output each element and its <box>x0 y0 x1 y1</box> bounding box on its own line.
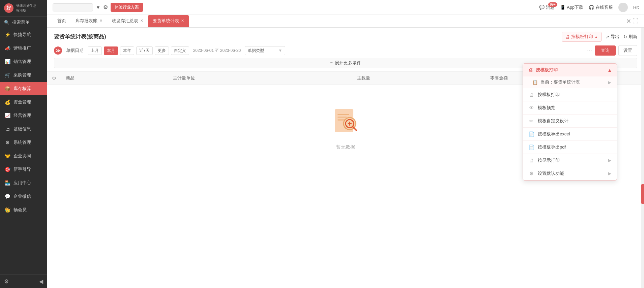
sidebar-item-inventory[interactable]: 📦 库存核算 <box>0 82 47 95</box>
date-last-7-days[interactable]: 近7天 <box>136 46 153 55</box>
sidebar-item-wechat[interactable]: 💬 企业微信 <box>0 190 47 203</box>
topbar-dropdown-icon[interactable]: ▼ <box>96 5 100 10</box>
table-col-unit: 主计量单位 <box>168 72 353 85</box>
logo-text: 畅康通好生意 标准版 <box>16 3 36 13</box>
table-col-settings: ⚙ <box>47 72 61 85</box>
sidebar-item-member[interactable]: 👑 畅会员 <box>0 203 47 217</box>
sidebar-item-enterprise[interactable]: 🤝 企业协同 <box>0 149 47 163</box>
dropdown-item-export-pdf[interactable]: 📄 按模板导出pdf <box>523 141 617 154</box>
finance-icon: 💰 <box>4 99 11 105</box>
tab-close-inventory-batch[interactable]: ✕ <box>99 19 103 23</box>
app-download-button[interactable]: 📱 App下载 <box>560 4 583 10</box>
trial-button[interactable]: 体验行业方案 <box>111 3 143 12</box>
expand-icon: ≡ <box>330 61 333 66</box>
page-title: 要货单统计表(按商品) <box>54 33 106 40</box>
dropdown-item-export-excel[interactable]: 📄 按模板导出excel <box>523 128 617 141</box>
current-template-label: 当前：要货单统计表 <box>540 79 580 85</box>
date-range-display: 2023-06-01 至 2023-06-30 <box>193 48 241 54</box>
tabbar: 首页 库存批次账 ✕ 收发存汇总表 ✕ 要货单统计表 ✕ ✕ ⛶ <box>47 15 644 28</box>
sidebar-item-finance[interactable]: 💰 资金管理 <box>0 95 47 109</box>
date-last-month[interactable]: 上月 <box>88 46 102 55</box>
tab-order-stat[interactable]: 要货单统计表 ✕ <box>148 15 189 27</box>
refresh-button[interactable]: ↻ 刷新 <box>623 34 637 40</box>
sidebar-item-system[interactable]: ⚙ 系统管理 <box>0 136 47 149</box>
export-icon: ↗ <box>606 34 609 39</box>
purchase-icon: 🛒 <box>4 72 11 78</box>
sidebar-item-sales[interactable]: 📊 销售管理 <box>0 55 47 68</box>
tab-close-receipt-summary[interactable]: ✕ <box>140 19 143 23</box>
tab-receipt-summary[interactable]: 收发存汇总表 ✕ <box>107 15 148 27</box>
online-service-button[interactable]: 🎧 在线客服 <box>589 4 613 10</box>
query-button[interactable]: 查询 <box>595 45 616 56</box>
print-template-arrow: ▲ <box>594 35 598 39</box>
set-default-icon: ⚙ <box>528 171 534 176</box>
svg-rect-2 <box>338 117 347 118</box>
dropdown-header[interactable]: 🖨 按模板打印 ▲ <box>523 64 617 76</box>
dropdown-item-template-design[interactable]: ✏ 模板自定义设计 <box>523 115 617 128</box>
sidebar-item-guide[interactable]: 🎯 新手引导 <box>0 163 47 176</box>
action-buttons-row: ··· 查询 设置 <box>587 45 637 56</box>
online-service-icon: 🎧 <box>589 5 594 10</box>
dropdown-current-template[interactable]: 📋 当前：要货单统计表 ▶ <box>523 76 617 88</box>
page-content: 要货单统计表(按商品) 🖨 按模板打印 ▲ ↗ 导出 ↻ 刷新 <box>47 28 644 288</box>
sidebar-item-quick-nav[interactable]: ⚡ 快捷导航 <box>0 28 47 41</box>
settings-footer-icon[interactable]: ⚙ <box>4 278 9 285</box>
settings-button[interactable]: 设置 <box>618 45 637 56</box>
current-template-icon: 📋 <box>532 80 538 85</box>
sidebar-item-operation[interactable]: 📈 经营管理 <box>0 109 47 122</box>
tab-home[interactable]: 首页 <box>53 15 71 27</box>
date-current-month[interactable]: 本月 <box>104 46 118 55</box>
date-more[interactable]: 更多 <box>155 46 169 55</box>
operation-icon: 📈 <box>4 112 11 119</box>
topbar-search-input[interactable] <box>53 3 93 11</box>
sidebar-item-appstore[interactable]: 🏪 应用中心 <box>0 176 47 190</box>
sidebar-search[interactable]: 🔍 搜索菜单 <box>0 17 47 28</box>
sidebar-footer: ⚙ ◀ <box>0 275 47 288</box>
column-settings-icon[interactable]: ⚙ <box>52 75 56 81</box>
topbar-left: ▼ ⚙ 体验行业方案 <box>53 3 143 12</box>
window-maximize-icon[interactable]: ⛶ <box>633 18 639 25</box>
collapse-footer-icon[interactable]: ◀ <box>39 278 43 285</box>
tab-close-order-stat[interactable]: ✕ <box>181 19 184 23</box>
export-button[interactable]: ↗ 导出 <box>606 34 619 40</box>
date-current-year[interactable]: 本年 <box>120 46 134 55</box>
template-preview-icon: 👁 <box>528 105 534 110</box>
sidebar-logo: 好 畅康通好生意 标准版 <box>0 0 47 17</box>
dropdown-item-template-print[interactable]: 🖨 按模板打印 <box>523 88 617 101</box>
dropdown-item-set-default[interactable]: ⚙ 设置默认功能 ▶ <box>523 167 617 180</box>
current-template-arrow: ▶ <box>608 80 611 85</box>
dropdown-item-template-preview[interactable]: 👁 模板预览 <box>523 101 617 115</box>
user-avatar[interactable] <box>618 3 628 12</box>
order-type-select[interactable]: 单据类型 ▼ <box>245 46 285 55</box>
refresh-icon: ↻ <box>623 34 627 39</box>
right-scrollbar[interactable] <box>641 28 644 288</box>
date-options: 上月 本月 本年 近7天 更多 自定义 <box>88 46 189 55</box>
enterprise-icon: 🤝 <box>4 153 11 159</box>
more-options-icon[interactable]: ··· <box>587 47 592 54</box>
username-label: Rit <box>633 5 639 10</box>
sidebar-item-marketing[interactable]: 📣 营销推广 <box>0 41 47 55</box>
filter-expand-button[interactable]: ≫ <box>54 46 62 55</box>
table-col-quantity: 主数量 <box>352 72 485 85</box>
message-icon: 💬 <box>539 5 545 10</box>
dropdown-close-icon[interactable]: ▲ <box>607 67 612 73</box>
message-button[interactable]: 💬 消息 99+ <box>539 4 555 10</box>
message-badge: 99+ <box>548 2 557 7</box>
marketing-icon: 📣 <box>4 45 11 52</box>
topbar-settings-icon[interactable]: ⚙ <box>103 4 108 10</box>
empty-icon <box>329 105 362 139</box>
window-close-icon[interactable]: ✕ <box>626 18 631 25</box>
appstore-icon: 🏪 <box>4 180 11 186</box>
sidebar-item-purchase[interactable]: 🛒 采购管理 <box>0 68 47 82</box>
page-actions: 🖨 按模板打印 ▲ ↗ 导出 ↻ 刷新 <box>562 32 637 42</box>
date-custom[interactable]: 自定义 <box>171 46 189 55</box>
dropdown-item-display-print[interactable]: 🖨 按显示打印 ▶ <box>523 154 617 167</box>
search-icon: 🔍 <box>4 20 9 25</box>
sidebar-item-base[interactable]: 🗂 基础信息 <box>0 122 47 136</box>
svg-rect-1 <box>338 114 349 115</box>
avatar-image <box>618 3 628 12</box>
sales-icon: 📊 <box>4 58 11 65</box>
print-template-button[interactable]: 🖨 按模板打印 ▲ <box>562 32 602 42</box>
main-area: ▼ ⚙ 体验行业方案 💬 消息 99+ 📱 App下载 🎧 在线客服 Rit <box>47 0 644 288</box>
tab-inventory-batch[interactable]: 库存批次账 ✕ <box>71 15 107 27</box>
